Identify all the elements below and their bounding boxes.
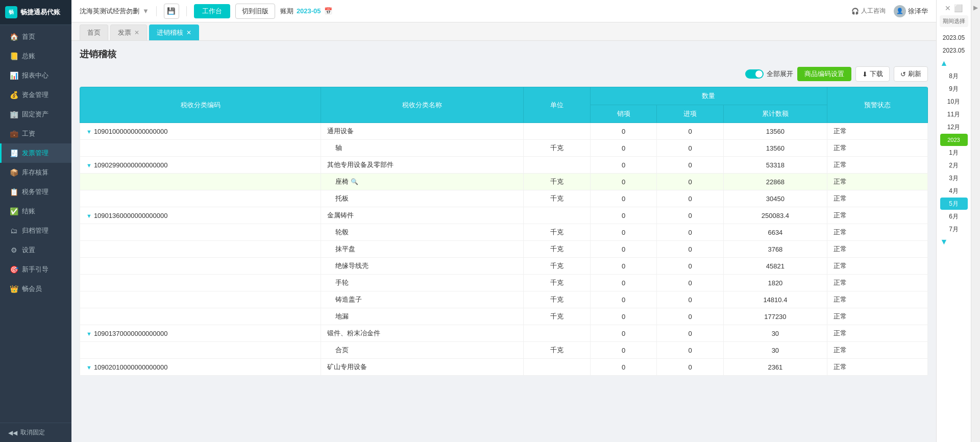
company-name: 沈海英测试经营勿删 bbox=[80, 7, 139, 16]
th-tax-code: 税收分类编码 bbox=[80, 87, 321, 123]
tab-home[interactable]: 首页 bbox=[80, 24, 108, 40]
cell-name: 座椅🔍 bbox=[321, 174, 524, 190]
sidebar-item-invoice[interactable]: 🧾 发票管理 bbox=[0, 143, 71, 163]
download-label: 下载 bbox=[870, 69, 883, 79]
cell-sale: 0 bbox=[590, 359, 657, 376]
download-button[interactable]: ⬇ 下载 bbox=[855, 66, 890, 82]
period-month-7[interactable]: 2月 bbox=[940, 159, 968, 171]
user-info[interactable]: 👤 徐泽华 bbox=[894, 5, 928, 17]
period-label: 账期 bbox=[280, 7, 293, 16]
period-value: 2023-05 bbox=[297, 7, 321, 15]
guide-icon: 🎯 bbox=[10, 265, 18, 274]
tab-reconcile-close[interactable]: ✕ bbox=[186, 29, 191, 36]
cell-unit: 千克 bbox=[524, 190, 591, 207]
sidebar-item-payroll[interactable]: 💼 工资 bbox=[0, 124, 71, 143]
sidebar-item-label: 首页 bbox=[22, 32, 35, 41]
sidebar-item-ledger[interactable]: 📒 总账 bbox=[0, 46, 71, 66]
cell-sale: 0 bbox=[590, 291, 657, 308]
cell-name: 抹平盘 bbox=[321, 241, 524, 258]
th-unit: 单位 bbox=[524, 87, 591, 123]
period-month-9[interactable]: 4月 bbox=[940, 185, 968, 197]
period-month-4[interactable]: 12月 bbox=[940, 121, 968, 133]
cell-sale: 0 bbox=[590, 325, 657, 342]
period-arrow-up[interactable]: ▲ bbox=[940, 59, 968, 68]
period-year-2023-05-2[interactable]: 2023.05 bbox=[940, 44, 968, 57]
period-month-2[interactable]: 10月 bbox=[940, 95, 968, 108]
sidebar-item-capital[interactable]: 💰 资金管理 bbox=[0, 85, 71, 105]
period-month-0[interactable]: 8月 bbox=[940, 70, 968, 82]
sidebar-item-assets[interactable]: 🏢 固定资产 bbox=[0, 105, 71, 124]
sidebar-item-tax[interactable]: 📋 税务管理 bbox=[0, 182, 71, 202]
cell-sale: 0 bbox=[590, 140, 657, 157]
tab-invoice-close[interactable]: ✕ bbox=[134, 29, 139, 36]
sidebar-item-member[interactable]: 👑 畅会员 bbox=[0, 279, 71, 299]
panel-expand-button[interactable]: ⬜ bbox=[954, 4, 963, 12]
cell-status: 正常 bbox=[827, 157, 927, 174]
toolbar-right: 全部展开 商品编码设置 ⬇ 下载 ↺ 刷新 bbox=[745, 66, 928, 82]
period-month-1[interactable]: 9月 bbox=[940, 83, 968, 95]
tabbar: 首页 发票 ✕ 进销稽核 ✕ bbox=[71, 22, 936, 41]
topbar-right: 🎧 人工咨询 👤 徐泽华 bbox=[851, 5, 928, 17]
sidebar-item-guide[interactable]: 🎯 新手引导 bbox=[0, 260, 71, 279]
sidebar-item-label: 固定资产 bbox=[22, 110, 48, 119]
expand-all-toggle[interactable]: 全部展开 bbox=[745, 69, 793, 79]
customer-service[interactable]: 🎧 人工咨询 bbox=[851, 7, 886, 15]
period-month-3[interactable]: 11月 bbox=[940, 108, 968, 120]
tab-invoice[interactable]: 发票 ✕ bbox=[110, 24, 147, 40]
period-month-5[interactable]: 2023 bbox=[940, 134, 968, 146]
cell-purchase: 0 bbox=[657, 140, 724, 157]
period-year-2023-05-1[interactable]: 2023.05 bbox=[940, 32, 968, 44]
pin-icon: ◀◀ bbox=[8, 429, 17, 436]
calendar-icon[interactable]: 📅 bbox=[324, 7, 332, 15]
toggle-track[interactable] bbox=[745, 69, 764, 79]
cell-total: 250083.4 bbox=[723, 207, 827, 224]
sidebar-item-settle[interactable]: ✅ 结账 bbox=[0, 202, 71, 221]
save-button[interactable]: 💾 bbox=[164, 4, 179, 19]
sidebar-item-home[interactable]: 🏠 首页 bbox=[0, 27, 71, 46]
payroll-icon: 💼 bbox=[10, 130, 18, 138]
product-code-settings-button[interactable]: 商品编码设置 bbox=[797, 67, 851, 81]
settle-icon: ✅ bbox=[10, 207, 18, 215]
old-version-button[interactable]: 切到旧版 bbox=[235, 4, 275, 19]
cell-name: 绝缘导线壳 bbox=[321, 258, 524, 275]
sidebar-item-reports[interactable]: 📊 报表中心 bbox=[0, 66, 71, 85]
workbench-button[interactable]: 工作台 bbox=[194, 4, 230, 18]
save-icon: 💾 bbox=[167, 7, 176, 15]
company-selector[interactable]: 沈海英测试经营勿删 ▼ bbox=[80, 7, 149, 16]
cell-code: ▼10901000000000000000 bbox=[80, 123, 321, 140]
period-panel-title: 期间选择 bbox=[940, 15, 968, 27]
period-arrow-down[interactable]: ▼ bbox=[940, 237, 968, 247]
cell-code bbox=[80, 291, 321, 308]
period-month-10[interactable]: 5月 bbox=[940, 198, 968, 210]
sidebar-item-settings[interactable]: ⚙ 设置 bbox=[0, 240, 71, 260]
sidebar-item-archive[interactable]: 🗂 归档管理 bbox=[0, 221, 71, 240]
cell-unit: 千克 bbox=[524, 140, 591, 157]
period-month-8[interactable]: 3月 bbox=[940, 172, 968, 184]
cell-unit: 千克 bbox=[524, 291, 591, 308]
cell-unit: 千克 bbox=[524, 224, 591, 241]
cell-status: 正常 bbox=[827, 123, 927, 140]
period-month-6[interactable]: 1月 bbox=[940, 146, 968, 159]
refresh-button[interactable]: ↺ 刷新 bbox=[894, 66, 928, 82]
collapse-bar[interactable]: ▶ bbox=[971, 0, 980, 442]
cell-status: 正常 bbox=[827, 359, 927, 376]
sidebar-item-inventory[interactable]: 📦 库存核算 bbox=[0, 163, 71, 182]
cell-code bbox=[80, 224, 321, 241]
period-month-11[interactable]: 6月 bbox=[940, 210, 968, 223]
sidebar-logo: 畅 畅捷通易代账 bbox=[0, 0, 71, 25]
user-name: 徐泽华 bbox=[908, 7, 928, 16]
panel-close-button[interactable]: ✕ bbox=[945, 4, 951, 12]
period-month-12[interactable]: 7月 bbox=[940, 223, 968, 235]
sidebar-unpin[interactable]: ◀◀ 取消固定 bbox=[0, 423, 71, 442]
cell-status: 正常 bbox=[827, 174, 927, 190]
cell-total: 53318 bbox=[723, 157, 827, 174]
group-indicator: ▼ bbox=[86, 162, 92, 168]
page-title: 进销稽核 bbox=[80, 48, 928, 60]
cell-unit: 千克 bbox=[524, 258, 591, 275]
sidebar-item-label: 发票管理 bbox=[22, 149, 48, 158]
search-icon[interactable]: 🔍 bbox=[351, 178, 358, 185]
cell-name: 托板 bbox=[321, 190, 524, 207]
cell-purchase: 0 bbox=[657, 308, 724, 325]
tab-reconcile[interactable]: 进销稽核 ✕ bbox=[149, 24, 199, 40]
cell-code: ▼10902990000000000000 bbox=[80, 157, 321, 174]
